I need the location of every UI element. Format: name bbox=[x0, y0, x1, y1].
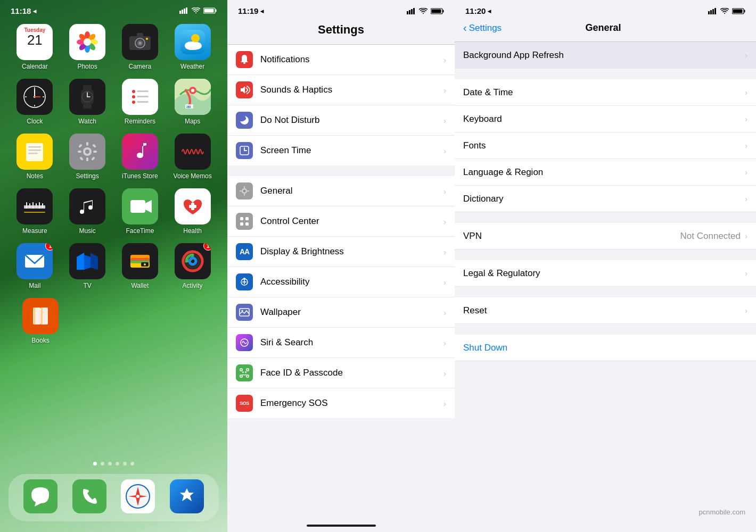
settings-row-emergencysos[interactable]: SOS Emergency SOS › bbox=[227, 388, 455, 418]
app-health[interactable]: Health bbox=[169, 188, 216, 235]
general-sep-0 bbox=[455, 69, 756, 79]
settings-location-icon: ◂ bbox=[260, 7, 264, 15]
page-dot-2[interactable] bbox=[101, 462, 104, 466]
svg-rect-5 bbox=[216, 10, 217, 12]
app-activity[interactable]: 1 Activity bbox=[169, 243, 216, 289]
svg-rect-115 bbox=[413, 8, 415, 14]
general-row-shutdown[interactable]: Shut Down bbox=[455, 335, 756, 361]
general-sep-3 bbox=[455, 287, 756, 297]
photos-app-label: Photos bbox=[77, 63, 97, 70]
app-voicememos[interactable]: Voice Memos bbox=[169, 134, 216, 180]
dock-appstore[interactable] bbox=[167, 479, 207, 516]
siri-icon bbox=[236, 334, 253, 351]
messages-icon-svg bbox=[29, 485, 52, 508]
app-facetime[interactable]: FaceTime bbox=[117, 188, 163, 235]
watch-app-label: Watch bbox=[78, 118, 96, 125]
svg-rect-77 bbox=[29, 203, 30, 207]
svg-rect-145 bbox=[710, 10, 712, 14]
app-wallet[interactable]: Wallet bbox=[117, 243, 163, 289]
app-mail[interactable]: 1 Mail bbox=[11, 243, 58, 289]
general-row-keyboard[interactable]: Keyboard › bbox=[455, 106, 756, 132]
page-dot-6[interactable] bbox=[130, 462, 134, 466]
clock-app-label: Clock bbox=[27, 118, 43, 125]
app-calendar[interactable]: Tuesday 21 Calendar bbox=[11, 24, 58, 70]
settings-row-display[interactable]: AA Display & Brightness › bbox=[227, 237, 455, 267]
app-photos[interactable]: Photos bbox=[64, 24, 111, 70]
app-books[interactable]: Books bbox=[17, 298, 64, 344]
mail-app-label: Mail bbox=[29, 282, 40, 289]
svg-point-45 bbox=[132, 90, 135, 93]
settings-status-left: 11:19 ◂ bbox=[238, 6, 264, 15]
settings-status-bar: 11:19 ◂ bbox=[227, 0, 455, 19]
svg-rect-18 bbox=[137, 33, 143, 37]
accessibility-label: Accessibility bbox=[260, 277, 440, 287]
settings-row-siri[interactable]: Siri & Search › bbox=[227, 328, 455, 358]
general-row-legalregulatory[interactable]: Legal & Regulatory › bbox=[455, 260, 756, 287]
app-tv[interactable]: TV bbox=[64, 243, 111, 289]
general-row-backgroundrefresh[interactable]: Background App Refresh › bbox=[455, 42, 756, 69]
general-row-fonts[interactable]: Fonts › bbox=[455, 132, 756, 159]
app-camera[interactable]: Camera bbox=[117, 24, 163, 70]
general-row-reset[interactable]: Reset › bbox=[455, 297, 756, 324]
svg-rect-3 bbox=[186, 7, 187, 14]
app-watch[interactable]: Watch bbox=[64, 79, 111, 125]
app-clock[interactable]: Clock bbox=[11, 79, 58, 125]
app-music[interactable]: Music bbox=[64, 188, 111, 235]
settings-row-wallpaper[interactable]: Wallpaper › bbox=[227, 297, 455, 328]
faceid-chevron: › bbox=[443, 369, 446, 378]
general-row-vpn[interactable]: VPN Not Connected › bbox=[455, 223, 756, 250]
mail-badge: 1 bbox=[45, 243, 53, 251]
home-screen: 11:18 ◂ Tuesday 21 Calendar bbox=[0, 0, 227, 532]
dictionary-chevron: › bbox=[745, 194, 747, 203]
svg-point-53 bbox=[191, 89, 194, 92]
page-dot-5[interactable] bbox=[123, 462, 127, 466]
page-dot-4[interactable] bbox=[116, 462, 119, 466]
datetime-chevron: › bbox=[745, 88, 747, 97]
page-dot-1[interactable] bbox=[93, 462, 97, 466]
general-nav: ‹ Settings General bbox=[455, 19, 756, 42]
back-to-settings-button[interactable]: ‹ Settings bbox=[463, 22, 502, 34]
svg-point-111 bbox=[136, 495, 139, 498]
svg-rect-80 bbox=[39, 202, 40, 209]
general-row-dictionary[interactable]: Dictionary › bbox=[455, 186, 756, 212]
general-row-languageregion[interactable]: Language & Region › bbox=[455, 159, 756, 186]
settings-row-sounds[interactable]: Sounds & Haptics › bbox=[227, 75, 455, 105]
app-row-3: Notes bbox=[9, 134, 219, 180]
settings-signal-icon bbox=[407, 8, 416, 14]
settings-row-notifications[interactable]: Notifications › bbox=[227, 45, 455, 75]
settings-row-accessibility[interactable]: Accessibility › bbox=[227, 267, 455, 297]
app-reminders[interactable]: Reminders bbox=[117, 79, 163, 125]
dock-phone[interactable] bbox=[69, 479, 110, 516]
settings-header: Settings bbox=[227, 19, 455, 45]
activity-app-label: Activity bbox=[183, 282, 203, 289]
app-maps[interactable]: 280 Maps bbox=[169, 79, 216, 125]
general-sep-1 bbox=[455, 212, 756, 223]
settings-row-general[interactable]: General › bbox=[227, 176, 455, 206]
svg-rect-50 bbox=[137, 101, 149, 103]
settings-title: Settings bbox=[318, 23, 364, 36]
settings-row-controlcenter[interactable]: Control Center › bbox=[227, 206, 455, 237]
general-wifi-icon bbox=[720, 8, 729, 14]
settings-row-screentime[interactable]: Screen Time › bbox=[227, 136, 455, 165]
svg-rect-140 bbox=[240, 375, 242, 377]
app-settings[interactable]: Settings bbox=[64, 134, 111, 180]
siri-label: Siri & Search bbox=[260, 337, 440, 348]
maps-app-label: Maps bbox=[185, 118, 200, 125]
legalregulatory-chevron: › bbox=[745, 269, 747, 278]
signal-icon bbox=[179, 6, 188, 15]
app-weather[interactable]: Weather bbox=[169, 24, 216, 70]
general-status-bar: 11:20 ◂ bbox=[455, 0, 756, 19]
donotdisturb-chevron: › bbox=[443, 116, 446, 125]
dock-safari[interactable] bbox=[118, 479, 158, 516]
page-dot-3[interactable] bbox=[108, 462, 112, 466]
app-itunes[interactable]: iTunes Store bbox=[117, 134, 163, 180]
app-notes[interactable]: Notes bbox=[11, 134, 58, 180]
general-row-datetime[interactable]: Date & Time › bbox=[455, 79, 756, 106]
dock-messages[interactable] bbox=[20, 479, 61, 516]
svg-rect-144 bbox=[708, 11, 710, 14]
settings-row-donotdisturb[interactable]: Do Not Disturb › bbox=[227, 105, 455, 136]
settings-row-faceid[interactable]: Face ID & Passcode › bbox=[227, 358, 455, 388]
svg-rect-105 bbox=[34, 307, 35, 325]
accessibility-chevron: › bbox=[443, 278, 446, 287]
app-measure[interactable]: Measure bbox=[11, 188, 58, 235]
